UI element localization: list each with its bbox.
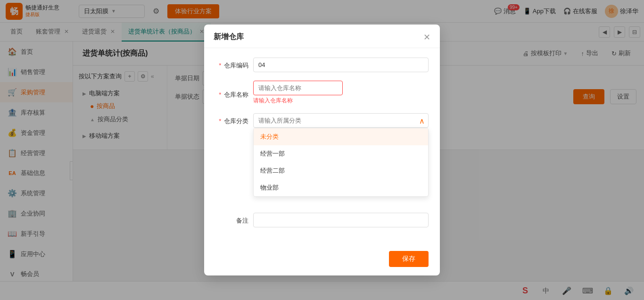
name-error-message: 请输入仓库名称 xyxy=(253,97,343,105)
name-required-star: * xyxy=(219,91,221,98)
category-control: ∧ xyxy=(253,113,429,128)
dialog-title: 新增仓库 xyxy=(214,32,244,42)
note-row: 备注 xyxy=(215,213,429,227)
category-dropdown: 未分类 经营一部 经营二部 物业部 xyxy=(253,128,429,197)
add-warehouse-dialog: 新增仓库 ✕ * 仓库编码 * 仓库名称 xyxy=(204,25,440,275)
code-required-star: * xyxy=(219,62,221,69)
code-row: * 仓库编码 xyxy=(215,58,429,72)
code-input[interactable] xyxy=(253,58,429,72)
category-label: * 仓库分类 xyxy=(215,113,253,125)
category-required-star: * xyxy=(219,117,221,125)
dropdown-item-property[interactable]: 物业部 xyxy=(254,179,428,196)
name-label: * 仓库名称 xyxy=(215,87,253,99)
note-control xyxy=(253,213,429,227)
dialog-close-button[interactable]: ✕ xyxy=(423,33,430,42)
note-input[interactable] xyxy=(253,213,429,227)
name-row: * 仓库名称 请输入仓库名称 xyxy=(215,81,429,105)
save-button[interactable]: 保存 xyxy=(389,251,429,267)
name-input[interactable] xyxy=(253,81,343,95)
name-row-inner: * 仓库名称 请输入仓库名称 xyxy=(215,81,343,105)
dropdown-item-dept1[interactable]: 经营一部 xyxy=(254,145,428,162)
dropdown-item-uncategorized[interactable]: 未分类 xyxy=(254,128,428,145)
category-row: * 仓库分类 ∧ 未分类 经营一部 经营二部 xyxy=(215,113,429,128)
category-toggle-icon[interactable]: ∧ xyxy=(419,116,425,125)
note-label: 备注 xyxy=(215,213,253,225)
category-input[interactable] xyxy=(253,113,429,128)
name-control: 请输入仓库名称 xyxy=(253,81,343,105)
code-control xyxy=(253,58,429,72)
dialog-body: * 仓库编码 * 仓库名称 请输入仓库名称 xyxy=(204,48,440,245)
modal-overlay[interactable]: 新增仓库 ✕ * 仓库编码 * 仓库名称 xyxy=(0,0,644,300)
code-label: * 仓库编码 xyxy=(215,58,253,70)
dialog-header: 新增仓库 ✕ xyxy=(204,25,440,48)
dropdown-item-dept2[interactable]: 经营二部 xyxy=(254,162,428,179)
dialog-footer: 保存 xyxy=(204,245,440,275)
